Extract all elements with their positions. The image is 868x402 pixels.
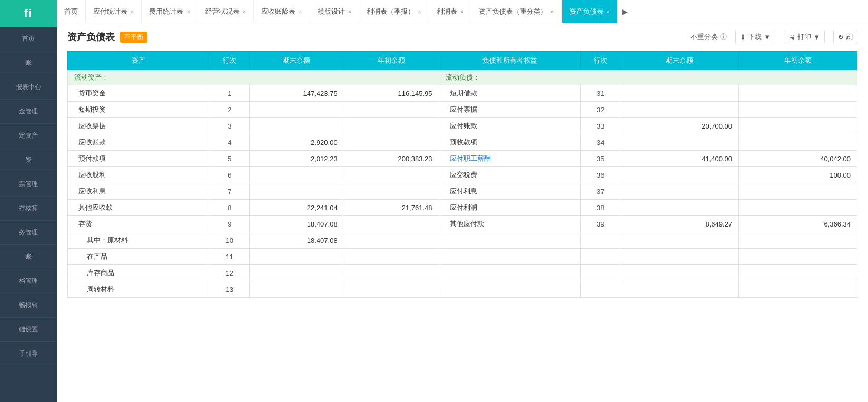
balance-sheet-table: 资产 行次 期末余额 年初余额 负债和所有者权益 行次 期末余额 年初余额 流动… [67,51,857,298]
left-end-balance: 2,920.00 [249,134,344,151]
left-end-balance: 147,423.75 [249,85,344,102]
sidebar-item-report-center[interactable]: 报表中心 [0,75,57,100]
table-row: 在产品 11 [68,249,857,265]
left-item-name: 应收股利 [68,167,210,183]
tab-profit-quarterly[interactable]: 利润表（季报） × [359,0,429,23]
sidebar-item-home[interactable]: 首页 [0,27,57,51]
table-row: 其他应收款 8 22,241.04 21,761.48 应付利润 38 [68,200,857,216]
left-end-balance [249,265,344,281]
right-item-name [439,232,581,249]
sidebar-item-settings[interactable]: 础设置 [0,318,57,342]
left-end-balance: 18,407.08 [249,232,344,249]
sidebar-item-capital[interactable]: 资 [0,148,57,172]
left-begin-balance [344,134,439,151]
tab-scroll-arrow[interactable]: ▶ [618,0,632,23]
right-item-name: 应交税费 [439,167,581,183]
left-begin-balance [344,118,439,134]
sidebar-item-affairs[interactable]: 务管理 [0,221,57,245]
right-row-num: 36 [581,167,620,183]
table-row: 应收股利 6 应交税费 36 100.00 [68,167,857,183]
right-begin-balance [739,200,857,216]
sidebar-item-fund[interactable]: 金管理 [0,100,57,124]
tab-template-design[interactable]: 模版设计 × [310,0,359,23]
right-item-name: 应付利润 [439,200,581,216]
col-header-begin-balance-left: 年初余额 [344,52,439,70]
left-row-num: 6 [210,167,249,183]
right-begin-balance [739,118,857,134]
tab-receivable-aging[interactable]: 应收账龄表 × [254,0,310,23]
no-reclassify-option[interactable]: 不重分类 ⓘ [691,32,727,42]
right-row-num [581,232,620,249]
table-row: 短期投资 2 应付票据 32 [68,102,857,118]
col-header-assets: 资产 [68,52,210,70]
right-end-balance [620,265,739,281]
left-item-name: 货币资金 [68,85,210,102]
refresh-button[interactable]: ↻ 刷 [833,30,857,44]
close-icon[interactable]: × [348,8,351,15]
unbalanced-badge: 不平衡 [120,32,147,43]
right-end-balance: 41,400.00 [620,151,739,167]
right-end-balance [620,232,739,249]
left-item-name: 应收利息 [68,183,210,200]
sidebar-item-guide[interactable]: 手引导 [0,342,57,366]
print-button[interactable]: 🖨 打印 ▼ [784,30,825,44]
left-row-num: 10 [210,232,249,249]
right-end-balance [620,200,739,216]
close-icon[interactable]: × [186,8,190,15]
left-row-num: 5 [210,151,249,167]
close-icon[interactable]: × [299,8,302,15]
col-header-row-num-left: 行次 [210,52,249,70]
close-icon[interactable]: × [131,8,134,15]
right-row-num: 35 [581,151,620,167]
tab-payable-stats[interactable]: 应付统计表 × [86,0,142,23]
close-icon[interactable]: × [550,8,554,15]
tab-balance-reclassify[interactable]: 资产负债表（重分类） × [471,0,561,23]
left-end-balance: 18,407.08 [249,216,344,232]
left-begin-balance [344,102,439,118]
left-item-name: 其他应收款 [68,200,210,216]
tab-expense-stats[interactable]: 费用统计表 × [142,0,198,23]
table-row: 周转材料 13 [68,281,857,298]
sidebar-logo: fi [0,0,57,27]
left-item-name: 应收账款 [68,134,210,151]
sidebar-item-fixed-assets[interactable]: 定资产 [0,124,57,148]
left-item-name: 周转材料 [68,281,210,298]
close-icon[interactable]: × [243,8,246,15]
right-item-name: 应付职工薪酬 [439,151,581,167]
sidebar-item-ledger[interactable]: 账 [0,245,57,269]
sidebar-item-inventory[interactable]: 存核算 [0,197,57,221]
right-name-link[interactable]: 应付职工薪酬 [450,154,491,162]
tab-balance-sheet[interactable]: 资产负债表 × [562,0,618,23]
close-icon[interactable]: × [607,8,610,15]
right-item-name: 其他应付款 [439,216,581,232]
sidebar-item-account[interactable]: 账 [0,51,57,75]
sidebar-item-expense[interactable]: 畅报销 [0,293,57,318]
tab-home[interactable]: 首页 [57,0,86,23]
right-end-balance: 8,649.27 [620,216,739,232]
table-row: 预付款项 5 2,012.23 200,383.23 应付职工薪酬 35 41,… [68,151,857,167]
close-icon[interactable]: × [460,8,463,15]
download-button[interactable]: ⇓ 下载 ▼ [735,30,775,44]
left-end-balance [249,118,344,134]
right-begin-balance [739,281,857,298]
left-item-name: 库存商品 [68,265,210,281]
table-row: 库存商品 12 [68,265,857,281]
right-item-name: 应付票据 [439,102,581,118]
tab-profit[interactable]: 利润表 × [429,0,471,23]
close-icon[interactable]: × [418,8,421,15]
tab-business-status[interactable]: 经营状况表 × [198,0,254,23]
sidebar-item-archive[interactable]: 档管理 [0,269,57,293]
left-row-num: 9 [210,216,249,232]
left-end-balance: 2,012.23 [249,151,344,167]
right-row-num: 32 [581,102,620,118]
sidebar-item-ticket[interactable]: 票管理 [0,172,57,197]
right-row-num [581,249,620,265]
main-area: 首页 应付统计表 × 费用统计表 × 经营状况表 × 应收账龄表 × 模版设计 … [57,0,868,402]
left-row-num: 12 [210,265,249,281]
right-begin-balance [739,85,857,102]
page-title-group: 资产负债表 不平衡 [67,31,147,43]
left-row-num: 13 [210,281,249,298]
right-begin-balance [739,249,857,265]
left-end-balance [249,167,344,183]
left-item-name: 其中：原材料 [68,232,210,249]
